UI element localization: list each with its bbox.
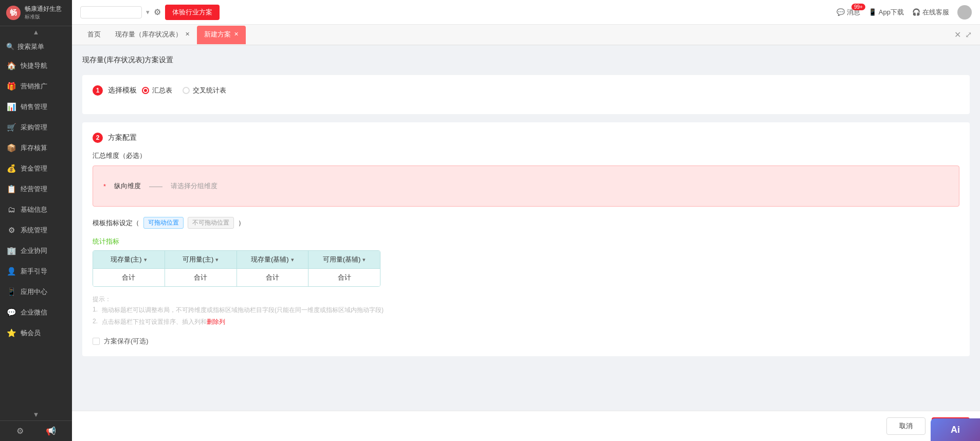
sidebar-item-label: 企业协同 — [21, 246, 47, 255]
clipboard-icon: 📋 — [6, 184, 16, 194]
sidebar-item-sales[interactable]: 📊 销售管理 — [0, 97, 72, 117]
sidebar-item-label: 销售管理 — [21, 102, 47, 112]
step1-badge: 1 — [93, 85, 103, 96]
settings-icon[interactable]: ⚙ — [16, 426, 24, 436]
cancel-button[interactable]: 取消 — [886, 417, 925, 435]
dimension-area[interactable]: * 纵向维度 —— 请选择分组维度 — [93, 166, 959, 207]
tab-new-scheme[interactable]: 新建方案 ✕ — [197, 26, 246, 44]
sidebar-item-label: 资金管理 — [21, 164, 47, 173]
sidebar-item-quick-nav[interactable]: 🏠 快捷导航 — [0, 56, 72, 76]
tab-home[interactable]: 首页 — [80, 26, 108, 44]
sidebar-item-purchase[interactable]: 🛒 采购管理 — [0, 117, 72, 138]
tab-inventory-status[interactable]: 现存量（库存状况表） ✕ — [108, 26, 197, 44]
sidebar-scroll-up[interactable]: ▲ — [0, 26, 72, 38]
radio-summary[interactable]: 汇总表 — [142, 86, 172, 95]
tab-inventory-close-icon[interactable]: ✕ — [185, 31, 190, 38]
indicator-config-suffix: ） — [238, 218, 245, 228]
dimension-field-label: 纵向维度 — [114, 181, 141, 191]
sidebar-item-system[interactable]: ⚙ 系统管理 — [0, 220, 72, 241]
radio-crosstab[interactable]: 交叉统计表 — [183, 86, 226, 95]
stats-col-1-header: 现存量(主) ▾ — [93, 251, 165, 269]
sidebar-search[interactable]: 🔍 搜索菜单 — [0, 38, 72, 56]
dimension-required-mark: * — [103, 182, 106, 190]
service-label: 在线客服 — [922, 8, 949, 17]
tab-close-panel-icon[interactable]: ✕ — [954, 30, 961, 40]
topbar-right: 💬 消息 99+ 📱 App下载 🎧 在线客服 — [837, 5, 972, 20]
dropdown-icon[interactable]: ▾ — [146, 8, 150, 16]
ai-button[interactable]: Ai — [931, 418, 980, 441]
sidebar-item-enterprise[interactable]: 🏢 企业协同 — [0, 241, 72, 261]
non-draggable-badge: 不可拖动位置 — [188, 217, 234, 229]
sidebar-scroll-down[interactable]: ▼ — [0, 409, 72, 420]
sidebar-item-newbie[interactable]: 👤 新手引导 — [0, 261, 72, 282]
sidebar-item-label: 库存核算 — [21, 143, 47, 153]
content-area: 现存量(库存状况表)方案设置 1 选择模板 汇总表 交叉统计表 — [72, 45, 980, 411]
star-icon: ⭐ — [6, 328, 16, 338]
folder-icon: 🗂 — [6, 205, 16, 215]
speaker-icon[interactable]: 📢 — [46, 426, 56, 436]
sidebar-item-operations[interactable]: 📋 经营管理 — [0, 179, 72, 199]
template-radio-group: 汇总表 交叉统计表 — [142, 86, 226, 95]
sidebar-logo: 畅 畅康通好生意 标准版 — [0, 0, 72, 26]
tab-inventory-status-label: 现存量（库存状况表） — [115, 30, 182, 39]
sidebar-item-label: 采购管理 — [21, 123, 47, 132]
stats-col-4: 可用量(基辅) ▾ 合计 — [308, 251, 380, 286]
topbar-message[interactable]: 💬 消息 99+ — [837, 8, 860, 17]
stats-col-3-label: 现存量(基辅) — [251, 255, 289, 264]
dimension-dash: —— — [149, 182, 162, 190]
draggable-badge: 可拖动位置 — [143, 217, 184, 229]
stats-col-3-body: 合计 — [237, 269, 308, 286]
sidebar-item-label: 畅会员 — [21, 328, 41, 338]
stats-col-3-dropdown[interactable]: ▾ — [291, 256, 294, 263]
topbar-search-input[interactable] — [80, 6, 142, 19]
sidebar-item-finance[interactable]: 💰 资金管理 — [0, 158, 72, 179]
gear-icon: ⚙ — [6, 225, 16, 235]
stats-col-2-dropdown[interactable]: ▾ — [215, 256, 219, 263]
logo-text: 畅康通好生意 — [25, 5, 62, 13]
home-icon: 🏠 — [6, 61, 16, 71]
sidebar-item-member[interactable]: ⭐ 畅会员 — [0, 323, 72, 343]
stats-col-4-body: 合计 — [308, 269, 380, 286]
tip-2: 2. 点击标题栏下拉可设置排序、插入列和删除列 — [93, 318, 959, 326]
cart-icon: 🛒 — [6, 122, 16, 133]
topbar-online-service[interactable]: 🎧 在线客服 — [912, 8, 949, 17]
headset-icon: 🎧 — [912, 8, 920, 16]
sidebar-item-label: 营销推广 — [21, 82, 47, 91]
stats-col-4-dropdown[interactable]: ▾ — [362, 256, 366, 263]
sidebar-item-appstore[interactable]: 📱 应用中心 — [0, 282, 72, 302]
indicator-config-prefix: 模板指标设定（ — [93, 218, 139, 228]
sidebar-bottom: ⚙ 📢 — [0, 420, 72, 441]
sidebar-item-basic-info[interactable]: 🗂 基础信息 — [0, 199, 72, 220]
user-avatar[interactable] — [957, 5, 972, 20]
stats-table-header: 现存量(主) ▾ 合计 可用量(主) ▾ 合计 — [93, 251, 380, 286]
mobile-icon: 📱 — [6, 287, 16, 297]
sidebar-item-marketing[interactable]: 🎁 营销推广 — [0, 76, 72, 97]
stats-col-3-header: 现存量(基辅) ▾ — [237, 251, 308, 269]
sidebar-item-label: 新手引导 — [21, 267, 47, 276]
footer-bar: 取消 查询 — [72, 411, 980, 441]
topbar-app-download[interactable]: 📱 App下载 — [868, 8, 904, 17]
industry-btn[interactable]: 体验行业方案 — [165, 5, 220, 20]
save-option-label: 方案保存(可选) — [104, 337, 149, 346]
stats-col-1: 现存量(主) ▾ 合计 — [93, 251, 165, 286]
sidebar-item-label: 应用中心 — [21, 287, 47, 297]
sidebar-item-inventory[interactable]: 📦 库存核算 — [0, 138, 72, 158]
box-icon: 📦 — [6, 143, 16, 153]
stats-col-1-dropdown[interactable]: ▾ — [144, 256, 147, 263]
logo-icon: 畅 — [6, 6, 21, 20]
tip-2-num: 2. — [93, 318, 98, 326]
sidebar-item-label: 系统管理 — [21, 226, 47, 235]
step1-title: 选择模板 — [108, 86, 137, 95]
sidebar-item-wechat[interactable]: 💬 企业微信 — [0, 302, 72, 323]
save-checkbox[interactable] — [93, 338, 100, 345]
chart-icon: 📊 — [6, 102, 16, 112]
user-icon: 👤 — [6, 266, 16, 277]
topbar: ▾ ⚙ 体验行业方案 💬 消息 99+ 📱 App下载 🎧 在线客服 — [72, 0, 980, 25]
tab-new-scheme-close-icon[interactable]: ✕ — [234, 31, 239, 38]
topbar-gear-icon[interactable]: ⚙ — [154, 7, 161, 17]
indicator-config-section: 模板指标设定（ 可拖动位置 不可拖动位置 ） 统计指标 现存量(主) ▾ — [93, 217, 959, 326]
indicator-config-label: 模板指标设定（ 可拖动位置 不可拖动位置 ） — [93, 217, 959, 229]
tab-expand-icon[interactable]: ⤢ — [965, 30, 972, 40]
page-title: 现存量(库存状况表)方案设置 — [82, 56, 970, 65]
gift-icon: 🎁 — [6, 81, 16, 91]
